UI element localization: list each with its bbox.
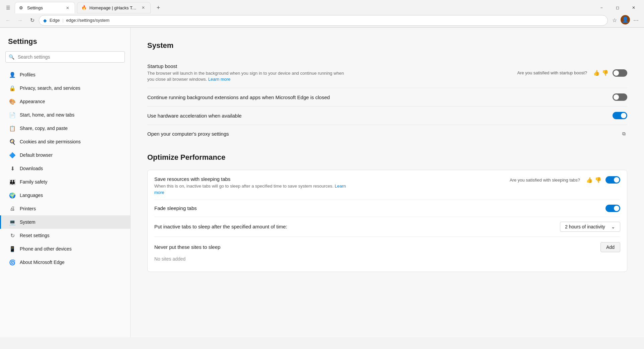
sleeping-tabs-toggle[interactable]: [606, 176, 620, 184]
proxy-settings-label: Open your computer's proxy settings: [147, 131, 621, 137]
sidebar-item-label: Appearance: [20, 99, 45, 104]
sidebar-item-languages[interactable]: 🌍 Languages: [0, 189, 130, 202]
background-extensions-toggle[interactable]: [613, 93, 627, 101]
hardware-acceleration-toggle[interactable]: [613, 112, 627, 119]
more-button[interactable]: ⋯: [631, 15, 641, 26]
sidebar-item-label: Downloads: [20, 166, 43, 171]
address-url: edge://settings/system: [66, 18, 109, 23]
sidebar-item-family-safety[interactable]: 👪 Family safety: [0, 175, 130, 189]
privacy-icon: 🔒: [9, 85, 16, 91]
perf-items: Fade sleeping tabs Put inactive tabs to …: [148, 200, 627, 272]
profile-avatar[interactable]: 👤: [621, 15, 630, 24]
sidebar: Settings 🔍 👤 Profiles 🔒 Privacy, search,…: [0, 28, 131, 337]
external-link-icon[interactable]: ⧉: [621, 130, 627, 137]
sidebar-toggle-btn[interactable]: ☰: [3, 2, 13, 13]
sidebar-item-cookies[interactable]: 🍳 Cookies and site permissions: [0, 135, 130, 148]
sleep-after-setting: Put inactive tabs to sleep after the spe…: [154, 217, 620, 236]
sleep-after-label: Put inactive tabs to sleep after the spe…: [154, 224, 287, 229]
sidebar-item-default-browser[interactable]: 🔷 Default browser: [0, 148, 130, 162]
sidebar-item-label: About Microsoft Edge: [20, 260, 65, 265]
sidebar-item-system[interactable]: 💻 System: [0, 215, 130, 229]
phone-icon: 📱: [9, 246, 16, 252]
fade-sleeping-tabs-label: Fade sleeping tabs: [154, 205, 197, 211]
sleeping-tabs-feedback-text: Are you satisfied with sleeping tabs?: [510, 178, 580, 183]
sidebar-item-downloads[interactable]: ⬇ Downloads: [0, 162, 130, 175]
startup-boost-feedback-icons: 👍 👎: [593, 70, 609, 76]
startup-boost-right: Are you satisfied with startup boost? 👍 …: [517, 69, 627, 77]
hardware-acceleration-right: [613, 112, 627, 119]
title-bar: ☰ ⚙ Settings ✕ 🔥 Homepage | gHacks Techn…: [0, 0, 644, 13]
address-bar[interactable]: ◆ Edge | edge://settings/system: [39, 15, 608, 26]
sidebar-item-phone[interactable]: 📱 Phone and other devices: [0, 242, 130, 256]
sidebar-item-label: Default browser: [20, 152, 53, 158]
background-extensions-label: Continue running background extensions a…: [147, 94, 613, 100]
sidebar-item-printers[interactable]: 🖨 Printers: [0, 202, 130, 215]
settings-tab-label: Settings: [27, 5, 62, 10]
startup-boost-toggle-slider: [613, 69, 627, 77]
toolbar: ← → ↻ ◆ Edge | edge://settings/system ☆ …: [0, 13, 644, 27]
add-site-button[interactable]: Add: [600, 242, 620, 252]
sidebar-item-reset[interactable]: ↻ Reset settings: [0, 229, 130, 242]
sidebar-item-profiles[interactable]: 👤 Profiles: [0, 68, 130, 81]
sidebar-item-about[interactable]: 🌀 About Microsoft Edge: [0, 256, 130, 269]
background-extensions-left: Continue running background extensions a…: [147, 94, 613, 100]
sleeping-thumbs-down-icon[interactable]: 👎: [595, 177, 601, 183]
sidebar-item-label: Share, copy, and paste: [20, 126, 68, 131]
minimize-button[interactable]: −: [594, 3, 609, 13]
optimize-performance-title: Optimize Performance: [147, 153, 627, 162]
sleep-after-dropdown-value: 2 hours of inactivity: [565, 224, 605, 229]
tab-homepage[interactable]: 🔥 Homepage | gHacks Technology ✕: [77, 2, 151, 13]
hardware-acceleration-toggle-slider: [613, 112, 627, 119]
thumbs-down-icon[interactable]: 👎: [602, 70, 609, 76]
system-section-title: System: [147, 41, 627, 50]
tab-settings[interactable]: ⚙ Settings ✕: [15, 2, 75, 13]
sidebar-item-share-copy[interactable]: 📋 Share, copy, and paste: [0, 122, 130, 135]
sidebar-item-label: Family safety: [20, 179, 47, 185]
sidebar-item-label: Reset settings: [20, 233, 50, 238]
family-safety-icon: 👪: [9, 179, 16, 185]
sleeping-tabs-feedback-icons: 👍 👎: [586, 177, 601, 183]
close-button[interactable]: ✕: [626, 3, 641, 13]
sleeping-tabs-desc: When this is on, inactive tabs will go t…: [154, 183, 355, 195]
sleeping-thumbs-up-icon[interactable]: 👍: [586, 177, 593, 183]
search-input[interactable]: [5, 51, 125, 63]
browser-chrome: ☰ ⚙ Settings ✕ 🔥 Homepage | gHacks Techn…: [0, 0, 644, 28]
startup-boost-learn-more[interactable]: Learn more: [208, 77, 230, 82]
fade-sleeping-tabs-toggle-slider: [606, 205, 620, 212]
background-extensions-setting: Continue running background extensions a…: [147, 88, 627, 107]
refresh-button[interactable]: ↻: [27, 15, 37, 26]
startup-boost-feedback-text: Are you satisfied with startup boost?: [517, 70, 587, 75]
forward-button[interactable]: →: [15, 15, 25, 26]
favorites-button[interactable]: ☆: [609, 15, 620, 26]
sidebar-item-privacy[interactable]: 🔒 Privacy, search, and services: [0, 81, 130, 95]
default-browser-icon: 🔷: [9, 152, 16, 158]
sidebar-item-label: Profiles: [20, 72, 35, 77]
settings-tab-icon: ⚙: [19, 5, 24, 11]
settings-tab-close[interactable]: ✕: [65, 5, 71, 11]
printers-icon: 🖨: [9, 205, 16, 212]
thumbs-up-icon[interactable]: 👍: [593, 70, 600, 76]
startup-boost-desc: The browser will launch in the backgroun…: [147, 70, 348, 82]
restore-button[interactable]: ◻: [610, 3, 625, 13]
sleep-after-dropdown[interactable]: 2 hours of inactivity ⌄: [560, 222, 620, 232]
sleeping-tabs-left: Save resources with sleeping tabs When t…: [154, 176, 510, 195]
no-sites-text: No sites added: [154, 253, 185, 267]
sidebar-item-start-home[interactable]: 📄 Start, home, and new tabs: [0, 108, 130, 122]
startup-boost-toggle[interactable]: [613, 69, 627, 77]
downloads-icon: ⬇: [9, 165, 16, 172]
optimize-performance-section: Optimize Performance Save resources with…: [147, 153, 627, 272]
new-tab-button[interactable]: +: [153, 3, 163, 13]
sidebar-nav: 👤 Profiles 🔒 Privacy, search, and servic…: [0, 68, 130, 269]
main-layout: Settings 🔍 👤 Profiles 🔒 Privacy, search,…: [0, 28, 644, 337]
fade-sleeping-tabs-toggle[interactable]: [606, 205, 620, 212]
hardware-acceleration-left: Use hardware acceleration when available: [147, 113, 613, 119]
system-icon: 💻: [9, 219, 16, 225]
homepage-tab-close[interactable]: ✕: [140, 5, 146, 11]
sidebar-item-appearance[interactable]: 🎨 Appearance: [0, 95, 130, 108]
chevron-down-icon: ⌄: [611, 224, 615, 229]
startup-boost-setting: Startup boost The browser will launch in…: [147, 58, 627, 88]
back-button[interactable]: ←: [3, 15, 13, 26]
edge-icon: ◆: [43, 18, 47, 23]
about-icon: 🌀: [9, 259, 16, 266]
cookies-icon: 🍳: [9, 138, 16, 145]
